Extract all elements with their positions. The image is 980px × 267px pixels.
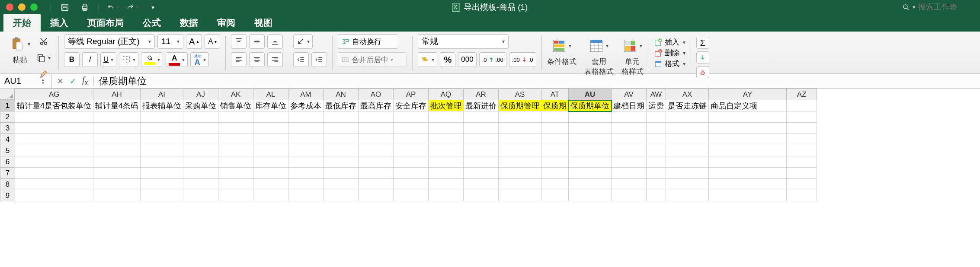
cut-button[interactable] [34, 34, 53, 49]
merge-center-button[interactable]: 合并后居中 [338, 52, 407, 67]
cell-AW6[interactable] [647, 156, 666, 168]
cell-AU7[interactable] [569, 168, 612, 179]
cell-AH4[interactable] [93, 134, 141, 145]
cell-AM2[interactable] [288, 111, 323, 123]
cell-AR5[interactable] [464, 145, 499, 156]
comma-style-button[interactable]: 000 [458, 52, 476, 67]
cell-AW4[interactable] [647, 134, 666, 145]
cell-AK8[interactable] [218, 179, 253, 190]
cell-AZ3[interactable] [787, 123, 817, 134]
cell-AJ6[interactable] [183, 156, 218, 168]
underline-button[interactable]: U [100, 52, 116, 67]
cell-AY1[interactable]: 商品自定义项 [709, 100, 787, 111]
cell-AO2[interactable] [359, 111, 394, 123]
cell-AM5[interactable] [288, 145, 323, 156]
cell-AK1[interactable]: 销售单位 [218, 100, 253, 111]
font-size-select[interactable]: 11▾ [157, 34, 183, 49]
cell-AQ5[interactable] [429, 145, 464, 156]
column-header-AK[interactable]: AK [218, 89, 253, 100]
cell-AT7[interactable] [541, 168, 569, 179]
cell-AH6[interactable] [93, 156, 141, 168]
cell-AI1[interactable]: 报表辅单位 [141, 100, 183, 111]
cell-AQ9[interactable] [429, 190, 464, 201]
column-header-AW[interactable]: AW [647, 89, 666, 100]
cell-AH5[interactable] [93, 145, 141, 156]
cell-AR2[interactable] [464, 111, 499, 123]
cell-AM9[interactable] [288, 190, 323, 201]
save-button[interactable] [59, 2, 71, 13]
column-header-AI[interactable]: AI [141, 89, 183, 100]
cell-AO4[interactable] [359, 134, 394, 145]
cell-AK7[interactable] [218, 168, 253, 179]
decrease-font-button[interactable]: A▾ [205, 34, 220, 49]
cell-AZ7[interactable] [787, 168, 817, 179]
column-header-AV[interactable]: AV [612, 89, 647, 100]
cell-AN8[interactable] [323, 179, 359, 190]
cell-AQ4[interactable] [429, 134, 464, 145]
cell-AY6[interactable] [709, 156, 787, 168]
cell-AP9[interactable] [394, 190, 429, 201]
cell-AP5[interactable] [394, 145, 429, 156]
format-cells-button[interactable]: 格式 [654, 59, 685, 69]
cell-AV5[interactable] [612, 145, 647, 156]
cell-AY8[interactable] [709, 179, 787, 190]
cell-AH9[interactable] [93, 190, 141, 201]
clear-button[interactable] [696, 66, 709, 78]
cell-AT9[interactable] [541, 190, 569, 201]
close-window-button[interactable] [6, 3, 13, 11]
cell-AL4[interactable] [253, 134, 288, 145]
align-right-button[interactable] [267, 52, 283, 67]
cell-AT4[interactable] [541, 134, 569, 145]
cell-AO7[interactable] [359, 168, 394, 179]
align-bottom-button[interactable] [267, 34, 283, 49]
cell-AN5[interactable] [323, 145, 359, 156]
cell-AS1[interactable]: 保质期管理 [499, 100, 541, 111]
cell-AT1[interactable]: 保质期 [541, 100, 569, 111]
qat-customize-button[interactable]: ▾ [147, 2, 159, 13]
decrease-indent-button[interactable] [293, 52, 309, 67]
cell-AJ1[interactable]: 采购单位 [183, 100, 218, 111]
cell-AJ3[interactable] [183, 123, 218, 134]
cell-AG7[interactable] [15, 168, 93, 179]
cell-AQ2[interactable] [429, 111, 464, 123]
fill-button[interactable] [696, 51, 709, 64]
cell-AK9[interactable] [218, 190, 253, 201]
column-header-AN[interactable]: AN [323, 89, 359, 100]
cell-AO6[interactable] [359, 156, 394, 168]
cell-AX4[interactable] [666, 134, 709, 145]
cell-AI2[interactable] [141, 111, 183, 123]
cell-AY5[interactable] [709, 145, 787, 156]
accept-formula-button[interactable]: ✓ [70, 76, 76, 86]
cell-AQ7[interactable] [429, 168, 464, 179]
cell-AZ4[interactable] [787, 134, 817, 145]
font-color-button[interactable]: A [166, 52, 188, 67]
cell-AZ9[interactable] [787, 190, 817, 201]
cell-AN4[interactable] [323, 134, 359, 145]
cell-AX1[interactable]: 是否走冻链 [666, 100, 709, 111]
row-header-6[interactable]: 6 [0, 156, 15, 168]
cell-AL6[interactable] [253, 156, 288, 168]
cell-AG9[interactable] [15, 190, 93, 201]
increase-decimal-button[interactable]: .0.00 [479, 52, 506, 67]
cell-AH1[interactable]: 辅计量4条码 [93, 100, 141, 111]
cell-AU5[interactable] [569, 145, 612, 156]
cell-AV9[interactable] [612, 190, 647, 201]
cell-AH3[interactable] [93, 123, 141, 134]
redo-button[interactable] [127, 2, 139, 13]
cell-AR3[interactable] [464, 123, 499, 134]
cell-AG8[interactable] [15, 179, 93, 190]
paste-button[interactable] [10, 34, 30, 54]
cell-AR4[interactable] [464, 134, 499, 145]
cell-AS3[interactable] [499, 123, 541, 134]
column-header-AJ[interactable]: AJ [183, 89, 218, 100]
cell-AT8[interactable] [541, 179, 569, 190]
cell-AN7[interactable] [323, 168, 359, 179]
cell-AL1[interactable]: 库存单位 [253, 100, 288, 111]
cell-AM4[interactable] [288, 134, 323, 145]
cell-AP2[interactable] [394, 111, 429, 123]
cell-AW5[interactable] [647, 145, 666, 156]
italic-button[interactable]: I [82, 52, 98, 67]
copy-button[interactable] [34, 51, 53, 65]
column-header-AT[interactable]: AT [541, 89, 569, 100]
cell-AY4[interactable] [709, 134, 787, 145]
